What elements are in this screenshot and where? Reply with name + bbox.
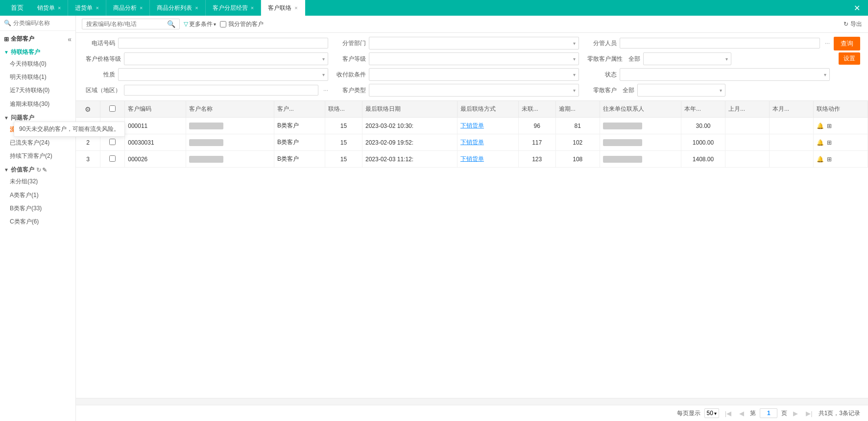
- nav-tab-customer-contact[interactable]: 客户联络 ×: [261, 0, 305, 16]
- arrow-icon: ▼: [4, 167, 9, 173]
- filter-phone-input[interactable]: [118, 38, 328, 49]
- close-icon[interactable]: ×: [58, 5, 61, 11]
- query-button[interactable]: 查询: [834, 37, 860, 50]
- td-lxfs2-2[interactable]: 下销货单: [457, 134, 518, 151]
- filter-payment-select[interactable]: ▾: [369, 68, 579, 81]
- refresh-icon[interactable]: ↻: [36, 167, 41, 173]
- th-khlx[interactable]: 客户...: [274, 101, 325, 118]
- filter-nature-select[interactable]: ▾: [118, 68, 328, 81]
- sidebar-item-today[interactable]: 今天待联络(0): [0, 57, 75, 71]
- th-lxfs2[interactable]: 最后联络方式: [457, 101, 518, 118]
- settings-button[interactable]: 设置: [839, 52, 860, 65]
- settings-gear-icon[interactable]: ⚙: [85, 105, 91, 113]
- filter-dept-select[interactable]: ▾: [369, 37, 579, 50]
- close-icon[interactable]: ×: [294, 5, 297, 11]
- action-bell-icon[interactable]: 🔔: [817, 139, 824, 146]
- row-checkbox-2[interactable]: [109, 139, 116, 145]
- nav-tab-sales[interactable]: 销货单 ×: [30, 0, 68, 16]
- td-bynian-2: 1000.00: [681, 134, 725, 151]
- filter-status-select[interactable]: ▾: [620, 68, 830, 81]
- search-input[interactable]: [86, 21, 165, 27]
- td-action-2: 🔔 ⊞: [814, 134, 868, 151]
- sidebar-group-problem[interactable]: ▼ 问题客户: [0, 111, 75, 123]
- my-customers-checkbox[interactable]: [220, 21, 226, 27]
- th-name[interactable]: 客户名称: [186, 101, 274, 118]
- prev-page-button[interactable]: ◀: [737, 409, 746, 418]
- filter-scatter-select[interactable]: ▾: [643, 52, 731, 65]
- filter-payment: 收付款条件 ▾: [333, 68, 583, 81]
- close-icon[interactable]: ×: [195, 5, 198, 11]
- filter-custtype-select[interactable]: ▾: [369, 84, 579, 97]
- sidebar-item-tomorrow[interactable]: 明天待联络(1): [0, 71, 75, 84]
- filter-scatter-label: 零散客户属性: [587, 55, 623, 63]
- per-page-select[interactable]: 50 ▾: [704, 408, 719, 418]
- th-shangyue[interactable]: 上月...: [725, 101, 770, 118]
- sidebar-item-churned[interactable]: 已流失客户(24): [0, 136, 75, 149]
- sidebar-item-b-class[interactable]: B类客户(33): [0, 202, 75, 215]
- close-icon[interactable]: ×: [251, 5, 254, 11]
- next-page-button[interactable]: ▶: [791, 409, 800, 418]
- nav-home[interactable]: 首页: [4, 0, 30, 16]
- td-lxfs2-3[interactable]: 下销货单: [457, 151, 518, 168]
- action-grid-icon[interactable]: ⊞: [827, 139, 832, 146]
- sidebar-item-a-class[interactable]: A类客户(1): [0, 189, 75, 202]
- filter-dots-icon[interactable]: ···: [323, 87, 328, 94]
- select-all-checkbox[interactable]: [109, 105, 116, 112]
- filter-manager-input[interactable]: [620, 38, 820, 49]
- search-button[interactable]: 🔍: [167, 20, 175, 28]
- horizontal-scrollbar[interactable]: [76, 398, 868, 405]
- sidebar-item-overdue[interactable]: 逾期未联络(30): [0, 98, 75, 111]
- close-icon[interactable]: ×: [96, 5, 98, 11]
- th-benyue[interactable]: 本月...: [770, 101, 814, 118]
- th-lxfs[interactable]: 联络...: [325, 101, 362, 118]
- sidebar-item-ungroup[interactable]: 未分组(32): [0, 175, 75, 188]
- nav-tab-analysis-list[interactable]: 商品分析列表 ×: [150, 0, 205, 16]
- nav-tab-purchase[interactable]: 进货单 ×: [68, 0, 106, 16]
- grid-icon: ⊞: [4, 36, 9, 43]
- th-code[interactable]: 客户编码: [125, 101, 186, 118]
- nav-tab-customer-tier[interactable]: 客户分层经营 ×: [206, 0, 261, 16]
- action-grid-icon[interactable]: ⊞: [827, 123, 832, 129]
- td-shangyue-2: [725, 134, 770, 151]
- nav-tab-analysis[interactable]: 商品分析 ×: [106, 0, 150, 16]
- th-contacts[interactable]: 往来单位联系人: [600, 101, 681, 118]
- sidebar-item-c-class[interactable]: C类客户(6): [0, 215, 75, 228]
- filter-manager-label: 分管人员: [587, 39, 617, 48]
- export-button[interactable]: ↻ 导出: [844, 20, 862, 28]
- td-yuqi-3: 108: [555, 151, 600, 168]
- filter-dots-icon[interactable]: ···: [825, 40, 830, 47]
- sidebar-group-value[interactable]: ▼ 价值客户 ↻ ✎: [0, 163, 75, 175]
- th-wlj[interactable]: 未联...: [518, 101, 555, 118]
- filter-status: 状态 ▾: [583, 68, 834, 81]
- per-page-label: 每页显示: [677, 409, 700, 418]
- th-bynian[interactable]: 本年...: [681, 101, 725, 118]
- sidebar-search-input[interactable]: [13, 20, 72, 26]
- sidebar-item-7days[interactable]: 近7天待联络(0): [0, 84, 75, 97]
- sidebar-item-declining[interactable]: 持续下滑客户(2): [0, 149, 75, 163]
- last-page-button[interactable]: ▶|: [804, 409, 814, 418]
- filter-price-select[interactable]: ▾: [124, 52, 328, 65]
- sidebar-all-customers[interactable]: ⊞ 全部客户 «: [0, 31, 75, 45]
- edit-icon[interactable]: ✎: [42, 167, 47, 173]
- more-conditions-button[interactable]: ▽ 更多条件 ▾: [184, 20, 216, 28]
- page-number-input[interactable]: [760, 408, 777, 418]
- sidebar-group-pending[interactable]: ▼ 待联络客户: [0, 45, 75, 57]
- window-close-button[interactable]: ✕: [850, 3, 864, 13]
- td-yuqi-2: 102: [555, 134, 600, 151]
- row-checkbox-3[interactable]: [109, 155, 116, 162]
- th-date[interactable]: 最后联络日期: [362, 101, 457, 118]
- action-grid-icon[interactable]: ⊞: [827, 156, 832, 163]
- first-page-button[interactable]: |◀: [723, 409, 733, 418]
- filter-region-input[interactable]: [124, 85, 318, 96]
- toolbar: 🔍 ▽ 更多条件 ▾ 我分管的客户 ↻ 导出: [76, 16, 868, 33]
- filter-price-grade: 客户价格等级 ▾: [82, 52, 333, 65]
- filter-cust-type: 客户类型 ▾: [333, 84, 583, 97]
- filter-grade-select[interactable]: ▾: [369, 52, 579, 65]
- action-bell-icon[interactable]: 🔔: [817, 123, 824, 129]
- close-icon[interactable]: ×: [140, 5, 143, 11]
- th-yuqi[interactable]: 逾期...: [555, 101, 600, 118]
- filter-scatter2-select[interactable]: ▾: [637, 84, 725, 97]
- td-lxfs2-1[interactable]: 下销货单: [457, 118, 518, 134]
- collapse-icon[interactable]: «: [68, 35, 72, 43]
- action-bell-icon[interactable]: 🔔: [817, 156, 824, 163]
